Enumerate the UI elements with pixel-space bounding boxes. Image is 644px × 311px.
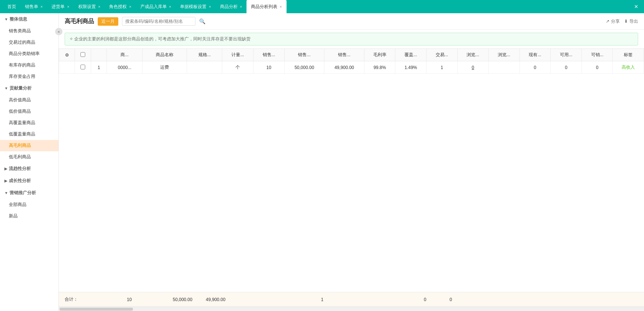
page-title: 高毛利商品 [65, 18, 94, 25]
sidebar-item-high-coverage[interactable]: 高覆盖量商品 [0, 117, 58, 129]
col-header-cover-rate: 覆盖... [395, 49, 427, 61]
row-checkbox[interactable] [80, 65, 85, 69]
export-button[interactable]: ⬇ 导出 [624, 18, 638, 25]
content-header: 高毛利商品 近一月 🔍 ↗ 分享 ⬇ 导出 [59, 13, 644, 30]
window-close-button[interactable]: × [631, 3, 641, 11]
sidebar-group-growth[interactable]: ▶ 成长性分析 [0, 175, 58, 187]
footer-label: 合计： [65, 296, 78, 303]
close-template[interactable]: × [209, 4, 211, 9]
sidebar-item-low-value[interactable]: 低价值商品 [0, 106, 58, 117]
sidebar-item-low-coverage[interactable]: 低覆盖量商品 [0, 129, 58, 140]
sidebar-item-high-value[interactable]: 高价值商品 [0, 94, 58, 106]
cell-trade-days: 1 [427, 61, 458, 74]
close-permissions[interactable]: × [98, 4, 100, 9]
sidebar-group-overview[interactable]: ▼ 整体信息 [0, 13, 58, 25]
arrow-right-icon: ▶ [4, 167, 7, 171]
col-header-settings[interactable]: ⚙ [59, 49, 75, 61]
nav-template[interactable]: 单据模板设置 × [176, 0, 215, 13]
main-area: ▼ 整体信息 销售类商品 交易过的商品 商品分类助销率 有库存的商品 库存资金占… [0, 13, 644, 311]
footer-stock: 0 [412, 297, 438, 302]
cell-sales-qty: 10 [253, 61, 284, 74]
header-actions: ↗ 分享 ⬇ 导出 [606, 18, 638, 25]
arrow-down-icon: ▼ [4, 17, 8, 21]
col-header-sales-qty: 销售... [253, 49, 284, 61]
col-header-trade-days: 交易... [427, 49, 458, 61]
nav-finished-goods[interactable]: 产成品入库单 × [136, 0, 176, 13]
close-finished-goods[interactable]: × [169, 4, 171, 9]
cell-spec [187, 61, 222, 74]
filter-month-button[interactable]: 近一月 [98, 17, 118, 26]
footer-values: 10 50,000.00 49,900.00 1 0 0 [93, 297, 464, 302]
nav-product-analysis-list[interactable]: 商品分析列表 × [247, 0, 286, 13]
sidebar-collapse-button[interactable]: « [55, 28, 62, 35]
nav-sales-order[interactable]: 销售单 × [21, 0, 47, 13]
export-icon: ⬇ [624, 19, 628, 24]
cell-pv2 [489, 61, 520, 74]
sidebar-item-stock-capital[interactable]: 库存资金占用 [0, 71, 58, 82]
nav-roles[interactable]: 角色授权 × [105, 0, 136, 13]
sidebar-item-all-goods[interactable]: 全部商品 [0, 199, 58, 210]
sidebar-item-low-margin[interactable]: 低毛利商品 [0, 151, 58, 163]
close-sales-order[interactable]: × [40, 4, 43, 9]
col-header-no [91, 49, 107, 61]
cell-checkbox[interactable] [75, 61, 91, 74]
col-header-pv2: 浏览... [489, 49, 520, 61]
cell-pv1[interactable]: 0 [457, 61, 489, 74]
col-header-pv1: 浏览... [457, 49, 489, 61]
footer-totals: 合计： 10 50,000.00 49,900.00 1 0 0 [59, 292, 644, 307]
share-button[interactable]: ↗ 分享 [606, 18, 620, 25]
sidebar-wrapper: ▼ 整体信息 销售类商品 交易过的商品 商品分类助销率 有库存的商品 库存资金占… [0, 13, 59, 311]
col-header-gross-rate: 毛利率 [364, 49, 395, 61]
sidebar: ▼ 整体信息 销售类商品 交易过的商品 商品分类助销率 有库存的商品 库存资金占… [0, 13, 59, 311]
close-product-analysis[interactable]: × [240, 4, 242, 9]
arrow-down-icon-2: ▼ [4, 86, 8, 90]
sidebar-group-contribution[interactable]: ▼ 贡献量分析 [0, 82, 58, 94]
sidebar-group-marketing[interactable]: ▼ 营销推广分析 [0, 187, 58, 199]
cell-tag: 高收入 [613, 61, 644, 74]
col-header-sales-amt: 销售... [284, 49, 324, 61]
col-header-spec: 规格... [187, 49, 222, 61]
close-roles[interactable]: × [129, 4, 131, 9]
col-header-unit: 计量... [222, 49, 253, 61]
sidebar-group-trend[interactable]: ▶ 流趋性分析 [0, 163, 58, 175]
share-icon: ↗ [606, 19, 609, 24]
top-nav: 首页 销售单 × 进货单 × 权限设置 × 角色授权 × 产成品入库单 × 单据… [0, 0, 644, 13]
cell-sales-amt: 50,000.00 [284, 61, 324, 74]
scrollbar-thumb[interactable] [60, 308, 133, 311]
sidebar-item-new-goods[interactable]: 新品 [0, 210, 58, 222]
sidebar-item-category-rate[interactable]: 商品分类助销率 [0, 48, 58, 59]
sidebar-item-sales-goods[interactable]: 销售类商品 [0, 25, 58, 37]
select-all-checkbox[interactable] [80, 52, 85, 57]
footer-spacer2 [335, 297, 412, 302]
close-product-analysis-list[interactable]: × [280, 4, 282, 9]
footer-spacer [232, 297, 309, 302]
col-header-sales-cost: 销售... [324, 49, 364, 61]
col-header-name: 商品名称 [143, 49, 187, 61]
footer-sales-amt: 50,000.00 [166, 297, 199, 302]
nav-permissions[interactable]: 权限设置 × [74, 0, 105, 13]
nav-home[interactable]: 首页 [3, 0, 21, 13]
search-button[interactable]: 🔍 [199, 18, 205, 24]
nav-purchase[interactable]: 进货单 × [47, 0, 73, 13]
col-header-tag: 标签 [613, 49, 644, 61]
sidebar-item-in-stock[interactable]: 有库存的商品 [0, 59, 58, 71]
footer-trade-days: 1 [309, 297, 335, 302]
footer-sales-qty: 10 [93, 297, 166, 302]
close-purchase[interactable]: × [67, 4, 69, 9]
cell-unit: 个 [222, 61, 253, 74]
sidebar-item-high-margin[interactable]: 高毛利商品 [0, 140, 58, 151]
horizontal-scrollbar[interactable] [59, 307, 644, 311]
col-header-sku: 商... [107, 49, 143, 61]
sidebar-item-traded-goods[interactable]: 交易过的商品 [0, 37, 58, 48]
col-header-checkbox[interactable] [75, 49, 91, 61]
cell-no: 1 [91, 61, 107, 74]
content-area: 高毛利商品 近一月 🔍 ↗ 分享 ⬇ 导出 ✧ 企业的主要的利润都是这部分商品创… [59, 13, 644, 311]
footer-avail: 0 [438, 297, 464, 302]
search-input[interactable] [122, 17, 195, 26]
nav-product-analysis[interactable]: 商品分析 × [216, 0, 247, 13]
cell-avail: 0 [551, 61, 582, 74]
data-table: ⚙ 商... 商品名称 规格... 计量... [59, 48, 644, 74]
cell-name: 运费 [143, 61, 187, 74]
tip-bar: ✧ 企业的主要的利润都是这部分商品创造的，可考虑加大推广，同时关注库存是不要出现… [65, 33, 638, 46]
data-table-container[interactable]: ⚙ 商... 商品名称 规格... 计量... [59, 48, 644, 292]
